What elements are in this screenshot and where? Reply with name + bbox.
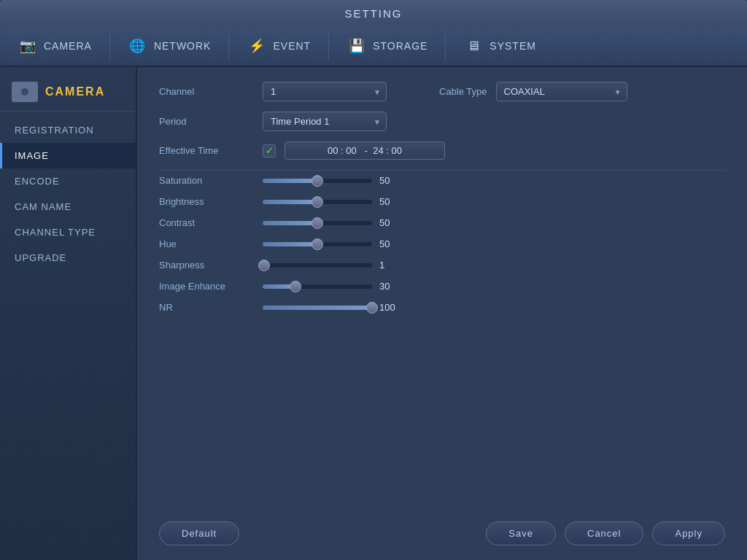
brightness-slider-container: 50: [263, 196, 401, 207]
content-panel: Channel 1 2 3 4 Cable Type COAXIAL TWIST…: [137, 67, 747, 560]
channel-label: Channel: [159, 86, 254, 97]
saturation-slider-thumb[interactable]: [311, 175, 323, 187]
saturation-label: Saturation: [159, 175, 254, 186]
top-nav: 📷 CAMERA 🌐 NETWORK ⚡ EVENT 💾 STORAGE 🖥 S…: [0, 26, 747, 67]
action-buttons: Save Cancel Apply: [486, 521, 725, 545]
nav-storage-label: STORAGE: [373, 40, 427, 52]
hue-slider-track[interactable]: [263, 242, 372, 246]
sidebar-item-registration[interactable]: REGISTRATION: [0, 117, 136, 143]
hue-row: Hue50: [159, 238, 725, 249]
sidebar-item-channel-type[interactable]: CHANNEL TYPE: [0, 219, 136, 245]
sharpness-slider-thumb[interactable]: [258, 260, 270, 271]
contrast-value: 50: [379, 217, 401, 228]
nav-event-label: EVENT: [273, 40, 311, 52]
image-enhance-slider-container: 30: [263, 281, 401, 292]
image-enhance-row: Image Enhance30: [159, 281, 725, 292]
nr-slider-track[interactable]: [263, 306, 372, 310]
image-enhance-slider-thumb[interactable]: [290, 281, 301, 292]
nav-system[interactable]: 🖥 SYSTEM: [446, 26, 554, 66]
nr-slider-container: 100: [263, 302, 401, 313]
title-bar: SETTING: [0, 0, 747, 26]
save-button[interactable]: Save: [486, 521, 556, 545]
bottom-bar: Default Save Cancel Apply: [137, 521, 747, 545]
section-divider-1: [159, 170, 725, 171]
storage-nav-icon: 💾: [347, 36, 367, 56]
main-layout: CAMERA REGISTRATION IMAGE ENCODE CAM NAM…: [0, 67, 747, 560]
apply-button[interactable]: Apply: [652, 521, 725, 545]
sidebar-item-image[interactable]: IMAGE: [0, 143, 136, 168]
sharpness-value: 1: [379, 260, 401, 271]
default-button[interactable]: Default: [159, 521, 239, 545]
image-enhance-label: Image Enhance: [159, 281, 254, 292]
nav-network[interactable]: 🌐 NETWORK: [110, 26, 229, 66]
nav-camera-label: CAMERA: [44, 40, 92, 52]
cable-type-group: Cable Type COAXIAL TWISTED PAIR: [439, 82, 627, 101]
period-row: Period Time Period 1 Time Period 2: [159, 112, 725, 131]
nav-event[interactable]: ⚡ EVENT: [229, 26, 328, 66]
contrast-slider-fill: [263, 221, 317, 225]
period-select[interactable]: Time Period 1 Time Period 2: [263, 112, 387, 131]
saturation-value: 50: [379, 175, 401, 186]
brightness-slider-fill: [263, 200, 317, 204]
sharpness-row: Sharpness1: [159, 260, 725, 271]
saturation-slider-container: 50: [263, 175, 401, 186]
effective-time-label: Effective Time: [159, 145, 254, 156]
camera-nav-icon: 📷: [18, 36, 38, 56]
brightness-slider-thumb[interactable]: [311, 196, 323, 208]
brightness-label: Brightness: [159, 196, 254, 207]
saturation-slider-track[interactable]: [263, 179, 372, 183]
nr-value: 100: [379, 302, 401, 313]
hue-label: Hue: [159, 238, 254, 249]
cable-type-label: Cable Type: [439, 86, 487, 97]
sidebar-item-encode[interactable]: ENCODE: [0, 168, 136, 194]
brightness-slider-track[interactable]: [263, 200, 372, 204]
sidebar-title: CAMERA: [45, 85, 105, 98]
sidebar-item-upgrade[interactable]: UPGRADE: [0, 245, 136, 271]
system-nav-icon: 🖥: [463, 36, 484, 56]
channel-select-wrapper: 1 2 3 4: [263, 82, 387, 101]
nav-network-label: NETWORK: [154, 40, 212, 52]
channel-row: Channel 1 2 3 4 Cable Type COAXIAL TWIST…: [159, 82, 725, 101]
hue-slider-container: 50: [263, 238, 401, 249]
nav-camera[interactable]: 📷 CAMERA: [0, 26, 109, 66]
hue-value: 50: [379, 238, 401, 249]
nr-slider-fill: [263, 306, 372, 310]
channel-select[interactable]: 1 2 3 4: [263, 82, 387, 101]
image-enhance-slider-track[interactable]: [263, 284, 372, 289]
sidebar-header: CAMERA: [0, 73, 136, 112]
hue-slider-thumb[interactable]: [311, 238, 323, 250]
saturation-row: Saturation50: [159, 175, 725, 186]
network-nav-icon: 🌐: [128, 36, 148, 56]
sidebar-camera-icon: [12, 82, 38, 102]
nr-row: NR100: [159, 302, 725, 313]
sidebar-item-cam-name[interactable]: CAM NAME: [0, 194, 136, 219]
cancel-button[interactable]: Cancel: [565, 521, 643, 545]
sharpness-label: Sharpness: [159, 260, 254, 271]
contrast-slider-track[interactable]: [263, 221, 372, 225]
image-enhance-value: 30: [379, 281, 401, 292]
effective-time-row: Effective Time: [159, 141, 725, 160]
event-nav-icon: ⚡: [247, 36, 267, 56]
brightness-row: Brightness50: [159, 196, 725, 207]
effective-time-input[interactable]: [285, 141, 445, 160]
period-select-wrapper: Time Period 1 Time Period 2: [263, 112, 387, 131]
sidebar: CAMERA REGISTRATION IMAGE ENCODE CAM NAM…: [0, 67, 137, 560]
nr-slider-thumb[interactable]: [366, 302, 378, 314]
nr-label: NR: [159, 302, 254, 313]
sliders-container: Saturation50Brightness50Contrast50Hue50S…: [159, 175, 725, 313]
cable-type-select[interactable]: COAXIAL TWISTED PAIR: [496, 82, 627, 101]
period-label: Period: [159, 116, 254, 127]
cable-type-select-wrapper: COAXIAL TWISTED PAIR: [496, 82, 627, 101]
sharpness-slider-container: 1: [263, 260, 401, 271]
contrast-label: Contrast: [159, 217, 254, 228]
nav-storage[interactable]: 💾 STORAGE: [329, 26, 445, 66]
hue-slider-fill: [263, 242, 317, 246]
title-text: SETTING: [344, 7, 402, 20]
sharpness-slider-track[interactable]: [263, 263, 372, 268]
brightness-value: 50: [379, 196, 401, 207]
effective-time-checkbox[interactable]: [263, 144, 276, 158]
contrast-slider-thumb[interactable]: [311, 217, 323, 229]
saturation-slider-fill: [263, 179, 317, 183]
contrast-row: Contrast50: [159, 217, 725, 228]
contrast-slider-container: 50: [263, 217, 401, 228]
